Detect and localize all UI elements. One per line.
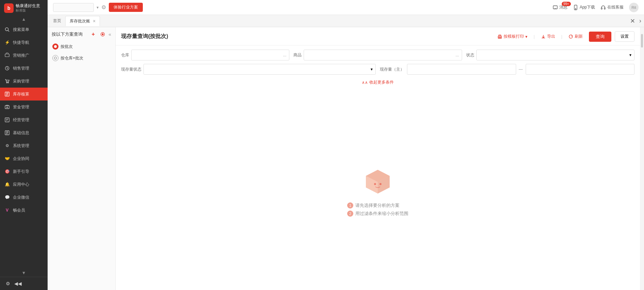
svg-point-0 <box>5 28 9 31</box>
left-panel-header: 按以下方案查询 + « <box>48 31 115 41</box>
sidebar-item-marketing[interactable]: 营销推广 <box>0 49 48 62</box>
scheme-outline-icon <box>52 55 58 61</box>
tab-home[interactable]: 首页 <box>49 16 65 26</box>
scheme-active-icon <box>52 43 58 50</box>
sidebar: b 畅康通好生意 标准版 ▲ 搜索菜单 ⚡ 快捷导航 <box>0 0 48 290</box>
status-dropdown[interactable]: ▾ <box>476 50 634 60</box>
global-nav-arrow[interactable]: › <box>638 17 643 24</box>
collapse-footer-btn[interactable]: ◀◀ <box>14 280 22 287</box>
enterprise-icon: 🤝 <box>4 156 10 162</box>
svg-point-5 <box>8 83 9 83</box>
query-btn[interactable]: 查询 <box>589 32 611 42</box>
tab-close-btn[interactable]: × <box>93 18 96 24</box>
refresh-btn[interactable]: 刷新 <box>566 32 586 41</box>
sidebar-item-quick-nav[interactable]: ⚡ 快捷导航 <box>0 36 48 49</box>
tab-inventory-batch[interactable]: 库存批次账 × <box>65 16 100 26</box>
svg-rect-15 <box>604 8 605 9</box>
finance-icon <box>4 104 10 110</box>
export-btn[interactable]: 导出 <box>538 32 558 41</box>
sidebar-item-label: 企业微信 <box>13 195 29 200</box>
status-dropdown-arrow: ▾ <box>629 53 631 57</box>
global-close-btn[interactable]: ✕ <box>627 17 638 25</box>
svg-rect-14 <box>601 8 602 9</box>
system-icon: ⚙ <box>4 143 10 149</box>
panel-collapse-btn[interactable]: « <box>108 32 111 37</box>
sidebar-item-sales[interactable]: 销售管理 <box>0 62 48 75</box>
left-panel: 按以下方案查询 + « 按批次 <box>48 27 116 290</box>
product-more-icon[interactable]: ... <box>456 53 459 57</box>
sidebar-item-purchase[interactable]: 采购管理 <box>0 75 48 88</box>
sidebar-item-inventory[interactable]: 库存核算 <box>0 88 48 101</box>
sidebar-item-operations[interactable]: 经营管理 <box>0 113 48 126</box>
divider1: | <box>533 34 535 39</box>
step-2-num: 2 <box>347 211 353 217</box>
empty-step-1: 1 请先选择要分析的方案 <box>347 202 408 209</box>
apps-icon: 🔔 <box>4 181 10 187</box>
tab-bar: 首页 库存批次账 × ✕ › <box>48 15 644 27</box>
scheme-settings-btn[interactable] <box>99 31 106 38</box>
refresh-icon <box>569 34 573 39</box>
sidebar-footer: ⚙ ◀◀ <box>0 277 48 290</box>
message-button[interactable]: 消息 99+ <box>553 4 567 10</box>
sidebar-item-basic-info[interactable]: 基础信息 <box>0 126 48 139</box>
scroll-thumb <box>641 34 643 48</box>
topbar-gear-icon[interactable]: ⚙ <box>101 4 106 11</box>
sidebar-item-wechat[interactable]: 💬 企业微信 <box>0 191 48 204</box>
sidebar-item-label: 营销推广 <box>13 53 29 58</box>
inventory-status-label: 现存量状态 <box>121 67 141 72</box>
divider2: | <box>561 34 562 39</box>
scheme-label: 按仓库+批次 <box>61 55 83 61</box>
add-scheme-btn[interactable]: + <box>89 31 97 38</box>
sidebar-item-label: 搜索菜单 <box>13 27 29 33</box>
page-header: 现存量查询(按批次) 按模板打印 ▾ | 导出 | <box>116 27 640 46</box>
sidebar-header: b 畅康通好生意 标准版 <box>0 0 48 15</box>
vip-icon: V <box>4 207 10 213</box>
main-area: ▾ ⚙ 体验行业方案 消息 99+ App下载 在线客服 <box>48 0 644 290</box>
experience-industry-button[interactable]: 体验行业方案 <box>109 3 143 12</box>
sidebar-scroll-down[interactable]: ▼ <box>0 269 48 277</box>
topbar-chevron-icon[interactable]: ▾ <box>97 5 99 10</box>
sidebar-item-system[interactable]: ⚙ 系统管理 <box>0 139 48 152</box>
app-download-button[interactable]: App下载 <box>573 4 595 10</box>
quick-nav-icon: ⚡ <box>4 39 10 46</box>
inventory-status-dropdown[interactable]: ▾ <box>143 64 376 75</box>
svg-line-1 <box>8 31 10 32</box>
tab-home-label: 首页 <box>53 18 61 24</box>
right-scrollbar[interactable] <box>640 27 644 290</box>
sidebar-item-apps[interactable]: 🔔 应用中心 <box>0 178 48 191</box>
quantity-label: 现存量（主） <box>380 67 404 72</box>
product-input[interactable]: ... <box>304 50 462 60</box>
svg-point-13 <box>575 8 576 9</box>
print-icon <box>497 34 502 39</box>
empty-icon <box>361 163 395 197</box>
collapse-more-conditions-btn[interactable]: ∧∧ 收起更多条件 <box>360 77 396 87</box>
sales-icon <box>4 65 10 71</box>
scheme-item-warehouse-batch[interactable]: 按仓库+批次 <box>48 52 115 64</box>
settings-footer-btn[interactable]: ⚙ <box>4 280 12 287</box>
sidebar-item-search[interactable]: 搜索菜单 <box>0 23 48 36</box>
sidebar-scroll-up[interactable]: ▲ <box>0 15 48 23</box>
main-content: 现存量查询(按批次) 按模板打印 ▾ | 导出 | <box>116 27 640 290</box>
sidebar-item-label: 畅会员 <box>13 207 25 213</box>
sidebar-item-vip[interactable]: V 畅会员 <box>0 204 48 217</box>
print-btn[interactable]: 按模板打印 ▾ <box>495 32 530 41</box>
breadcrumb-input[interactable] <box>53 3 94 12</box>
filter-settings-btn[interactable]: 设置 <box>615 31 634 42</box>
user-menu[interactable]: Rit <box>629 3 639 12</box>
warehouse-input[interactable]: ... <box>131 50 289 60</box>
print-chevron-icon[interactable]: ▾ <box>525 34 527 39</box>
sidebar-item-enterprise[interactable]: 🤝 企业协同 <box>0 152 48 165</box>
quantity-min-input[interactable] <box>407 64 516 75</box>
scheme-label: 按批次 <box>61 44 73 50</box>
sidebar-item-guide[interactable]: 🎯 新手引导 <box>0 165 48 178</box>
svg-point-18 <box>54 45 57 48</box>
export-icon <box>541 34 546 39</box>
scheme-item-batch[interactable]: 按批次 <box>48 41 115 52</box>
warehouse-more-icon[interactable]: ... <box>283 53 286 57</box>
purchase-icon <box>4 78 10 84</box>
sidebar-nav: 搜索菜单 ⚡ 快捷导航 营销推广 销售管理 <box>0 23 48 269</box>
sidebar-item-finance[interactable]: 资金管理 <box>0 101 48 113</box>
sidebar-item-label: 库存核算 <box>13 91 29 97</box>
online-service-button[interactable]: 在线客服 <box>600 4 624 10</box>
quantity-max-input[interactable] <box>526 64 635 75</box>
